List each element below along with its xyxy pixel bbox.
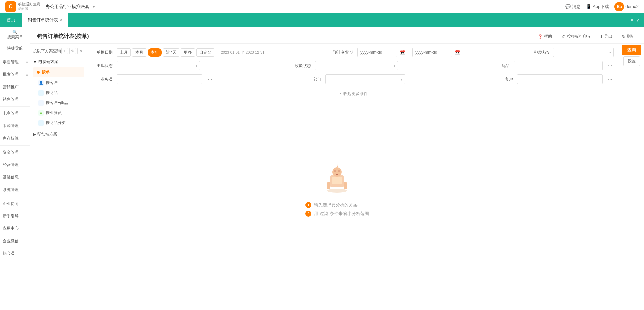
hint-num-2: 2	[305, 211, 311, 217]
query-button[interactable]: 查询	[622, 45, 641, 55]
calendar-end-icon[interactable]: 📅	[454, 50, 460, 55]
export-button[interactable]: ⬇ 导出	[597, 32, 615, 41]
svg-point-5	[338, 170, 340, 172]
sidebar-item-finance[interactable]: 资金管理	[0, 146, 30, 159]
user-area[interactable]: Ea demo2	[614, 2, 639, 11]
logo-text-block: 畅捷通好生意 标账版	[18, 2, 40, 11]
tab-sales-report[interactable]: 销售订单统计表 ×	[22, 13, 68, 27]
date-quick-this-year[interactable]: 本年	[148, 48, 162, 57]
sidebar-item-sales[interactable]: 销售管理	[0, 93, 30, 106]
solution-sub-by-customer-goods[interactable]: ⊞ 按客户+商品	[33, 98, 84, 108]
query-buttons-area: 查询 设置	[619, 45, 644, 142]
print-dropdown-icon[interactable]: ▾	[588, 34, 590, 39]
top-bar-right: 💬 消息 📱 App下载 Ea demo2	[565, 2, 639, 11]
date-quick-7days[interactable]: 近7天	[163, 48, 179, 57]
date-quick-custom[interactable]: 自定义	[196, 48, 214, 57]
date-label: 单据日期	[93, 50, 113, 55]
page-header: 销售订单统计表(按单) ❓ 帮助 🖨 按模板打印 ▾ ⬇ 导出 ↻ 刷新	[30, 27, 644, 44]
solution-add-button[interactable]: +	[61, 48, 68, 54]
hint-text-2: 用[过滤]条件来缩小分析范围	[314, 211, 369, 217]
solution-edit-button[interactable]: ✎	[69, 48, 76, 54]
sidebar-item-wholesale[interactable]: 批发管理 ▴	[0, 68, 30, 81]
collapse-icon: «	[80, 49, 82, 53]
settings-button[interactable]: 设置	[623, 56, 640, 66]
top-title: 办公用品行业模拟账套	[46, 4, 89, 10]
tab-home[interactable]: 首页	[0, 13, 22, 27]
message-button[interactable]: 💬 消息	[565, 4, 581, 10]
solution-sub-by-customer[interactable]: 👤 按客户	[33, 78, 84, 88]
bill-status-select[interactable]	[553, 48, 614, 57]
tab-close-icon[interactable]: ×	[60, 18, 62, 22]
sidebar-item-purchase[interactable]: 采购管理	[0, 120, 30, 132]
sidebar-item-marketing[interactable]: 营销推广	[0, 81, 30, 93]
sidebar-search[interactable]: 🔍 搜索菜单	[0, 27, 30, 43]
sidebar-item-operations[interactable]: 经营管理	[0, 159, 30, 171]
date-quick-more[interactable]: 更多	[181, 48, 195, 57]
solution-active-label: 按单	[42, 69, 50, 75]
customer-dots-button[interactable]: ···	[607, 76, 614, 82]
tab-minimize-icon[interactable]: ×	[631, 17, 633, 23]
page-actions: ❓ 帮助 🖨 按模板打印 ▾ ⬇ 导出 ↻ 刷新	[535, 32, 637, 41]
chevron-right-icon: ▾	[26, 60, 28, 64]
goods-input[interactable]	[514, 61, 603, 70]
calendar-start-icon[interactable]: 📅	[399, 50, 405, 55]
salesperson-dots-button[interactable]: ···	[206, 76, 213, 82]
customer-input[interactable]	[517, 74, 602, 84]
expected-date-start[interactable]	[357, 48, 397, 57]
sidebar: 🔍 搜索菜单 快捷导航 零售管理 ▾ 批发管理 ▴ 营销推广 销售管理 电商管理…	[0, 27, 30, 310]
message-icon: 💬	[565, 4, 571, 9]
empty-hint-2: 2 用[过滤]条件来缩小分析范围	[305, 211, 369, 217]
sidebar-item-system[interactable]: 系统管理	[0, 184, 30, 196]
top-dropdown-icon[interactable]: ▼	[92, 5, 96, 9]
solution-sub-customer-label: 按客户	[46, 80, 58, 86]
expected-date-end[interactable]	[412, 48, 452, 57]
sidebar-item-newbie[interactable]: 新手引导	[0, 210, 30, 222]
goods-dots-button[interactable]: ···	[607, 63, 614, 68]
refresh-button[interactable]: ↻ 刷新	[619, 32, 637, 41]
collapse-button[interactable]: ∧ 收起更多条件	[339, 91, 368, 97]
sidebar-item-ecommerce[interactable]: 电商管理	[0, 107, 30, 120]
sidebar-item-enterprise[interactable]: 企业协同	[0, 198, 30, 210]
solution-sub-by-category[interactable]: ⊟ 按商品分类	[33, 118, 84, 128]
sidebar-item-basic[interactable]: 基础信息	[0, 171, 30, 184]
hint-text-1: 请先选择要分析的方案	[314, 202, 358, 208]
sidebar-quick-nav[interactable]: 快捷导航	[0, 43, 30, 54]
tab-maximize-icon[interactable]: ⤢	[636, 17, 640, 23]
dept-select[interactable]	[325, 74, 405, 84]
solution-pc-group-title[interactable]: ▼ 电脑端方案	[33, 57, 84, 67]
sidebar-item-wechat[interactable]: 企业微信	[0, 235, 30, 247]
solution-collapse-button[interactable]: «	[77, 48, 84, 54]
filter-row-date: 单据日期 上月 本月 本年 近7天 更多 自定义 2023-01-01 至 20…	[93, 48, 614, 57]
tab-sales-report-label: 销售订单统计表	[28, 17, 58, 23]
payment-status-select[interactable]	[315, 61, 398, 70]
sidebar-divider-4	[0, 197, 30, 197]
solution-sub-by-goods[interactable]: □ 按商品	[33, 88, 84, 98]
solution-active-by-order[interactable]: 按单	[33, 67, 84, 77]
ship-status-select[interactable]	[117, 61, 200, 70]
sidebar-item-apps[interactable]: 应用中心	[0, 222, 30, 235]
print-button[interactable]: 🖨 按模板打印 ▾	[559, 32, 593, 41]
solution-sub-by-salesperson[interactable]: ≡ 按业务员	[33, 108, 84, 118]
pc-group-label: 电脑端方案	[38, 59, 58, 65]
solution-sub-salesperson-label: 按业务员	[46, 110, 62, 116]
active-dot	[37, 71, 40, 74]
edit-icon: ✎	[71, 49, 74, 53]
mobile-triangle-icon: ▶	[33, 132, 36, 137]
date-quick-last-month[interactable]: 上月	[117, 48, 131, 57]
app-download-button[interactable]: 📱 App下载	[586, 4, 609, 10]
refresh-icon: ↻	[622, 34, 625, 39]
avatar-text: Ea	[617, 4, 622, 9]
solution-mobile-group[interactable]: ▶ 移动端方案	[30, 129, 87, 139]
sidebar-item-member[interactable]: 畅会员	[0, 247, 30, 260]
sidebar-item-retail-label: 零售管理	[3, 59, 19, 65]
salesperson-input[interactable]	[117, 74, 202, 84]
sidebar-item-wechat-label: 企业微信	[3, 238, 19, 244]
solution-title: 按以下方案查询	[33, 48, 61, 54]
empty-state: 1 请先选择要分析的方案 2 用[过滤]条件来缩小分析范围	[30, 142, 644, 237]
date-quick-this-month[interactable]: 本月	[132, 48, 146, 57]
sidebar-search-label: 搜索菜单	[4, 34, 26, 40]
sidebar-item-retail[interactable]: 零售管理 ▾	[0, 56, 30, 68]
date-quick-group: 上月 本月 本年 近7天 更多 自定义	[117, 48, 214, 57]
sidebar-item-inventory[interactable]: 库存核算	[0, 132, 30, 145]
help-button[interactable]: ❓ 帮助	[535, 32, 555, 41]
